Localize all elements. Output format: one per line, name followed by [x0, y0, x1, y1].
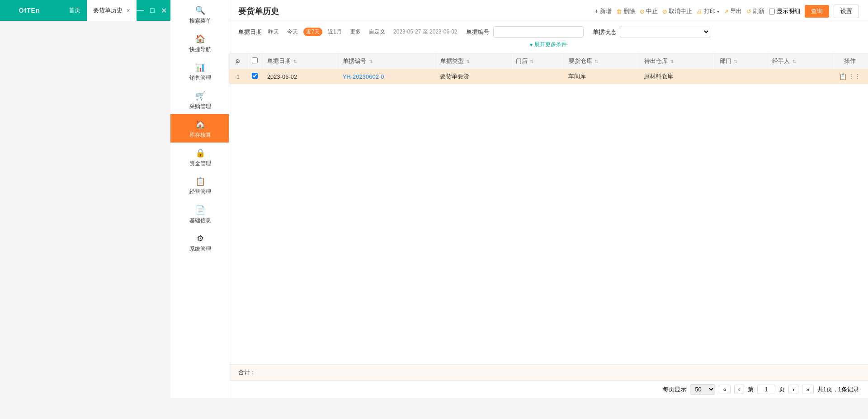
row-req-warehouse: 车间库 — [564, 69, 639, 84]
filter-area: 单据日期 昨天 今天 近7天 近1月 更多 自定义 2023-05-27 至 2… — [229, 21, 868, 53]
toolbar: + 新增 🗑 删除 ⊘ 中止 ⊘ 取消中止 🖨 打印 ▾ — [595, 5, 859, 18]
tab-home[interactable]: 首页 — [62, 0, 87, 21]
tab-requisition-history[interactable]: 要货单历史 ✕ — [87, 0, 137, 21]
sidebar: 🔍 搜索菜单 🏠 快捷导航 📊 销售管理 🛒 采购管理 🏠 库存核算 🔒 资金管… — [170, 0, 229, 398]
date-7days[interactable]: 近7天 — [303, 28, 323, 36]
brand-label: OfTEn — [19, 7, 40, 14]
lock-icon: 🔒 — [195, 148, 205, 158]
expand-more-btn[interactable]: ▾ 展开更多条件 — [238, 41, 859, 48]
row-store — [511, 69, 564, 84]
chart-icon: 📊 — [195, 62, 205, 72]
topbar-right: — □ ✕ — [137, 6, 167, 15]
clipboard-icon: 📋 — [195, 176, 205, 186]
page-number-input[interactable] — [757, 385, 775, 394]
first-page-btn[interactable]: « — [719, 385, 730, 394]
th-checkbox[interactable] — [247, 53, 263, 69]
window-minimize-btn[interactable]: — — [137, 6, 144, 14]
row-date: 2023-06-02 — [263, 69, 338, 84]
window-maximize-btn[interactable]: □ — [150, 6, 155, 14]
th-store[interactable]: 门店 ⇅ — [511, 53, 564, 69]
tab-close-icon[interactable]: ✕ — [126, 8, 130, 14]
print-btn[interactable]: 🖨 打印 ▾ — [697, 7, 719, 15]
row-more-icon[interactable]: ⋮⋮ — [848, 73, 861, 80]
bill-no-label: 单据编号 — [466, 28, 490, 36]
date-filter: 单据日期 昨天 今天 近7天 近1月 更多 自定义 2023-05-27 至 2… — [238, 28, 458, 36]
status-select[interactable] — [620, 26, 710, 38]
table-row[interactable]: 1 2023-06-02 YH-20230602-0 要货单要货 车间库 原材料… — [229, 69, 868, 84]
sidebar-item-finance[interactable]: 🔒 资金管理 — [170, 143, 229, 171]
status-filter: 单据状态 — [593, 26, 710, 38]
new-btn[interactable]: + 新增 — [595, 7, 612, 15]
table-header-row: ⚙ 单据日期 ⇅ 单据编号 ⇅ — [229, 53, 868, 69]
page-suffix: 页 — [779, 386, 785, 394]
doc-icon: 📄 — [195, 205, 205, 215]
search-icon: 🔍 — [195, 5, 205, 15]
show-detail-input[interactable] — [769, 9, 775, 14]
table-body: 1 2023-06-02 YH-20230602-0 要货单要货 车间库 原材料… — [229, 69, 868, 84]
delete-btn[interactable]: 🗑 删除 — [616, 7, 635, 15]
main-area: 要货单历史 + 新增 🗑 删除 ⊘ 中止 ⊘ 取消中止 🖨 — [229, 0, 868, 398]
prev-page-btn[interactable]: ‹ — [734, 385, 744, 394]
per-page-select[interactable]: 50 20 100 200 — [690, 384, 715, 395]
row-edit-icon[interactable]: 📋 — [839, 73, 847, 80]
th-req-warehouse[interactable]: 要货仓库 ⇅ — [564, 53, 639, 69]
settings-btn[interactable]: 设置 — [834, 5, 859, 18]
date-more[interactable]: 更多 — [347, 28, 363, 36]
sidebar-item-label: 基础信息 — [189, 217, 211, 224]
sidebar-item-inventory[interactable]: 🏠 库存核算 — [170, 114, 229, 143]
query-btn[interactable]: 查询 — [805, 5, 829, 18]
date-range-display: 2023-05-27 至 2023-06-02 — [393, 28, 457, 36]
main-table: ⚙ 单据日期 ⇅ 单据编号 ⇅ — [229, 53, 868, 84]
row-bill-no[interactable]: YH-20230602-0 — [338, 69, 436, 84]
th-settings[interactable]: ⚙ — [229, 53, 247, 69]
th-bill-no[interactable]: 单据编号 ⇅ — [338, 53, 436, 69]
th-bill-type[interactable]: 单据类型 ⇅ — [435, 53, 511, 69]
date-today[interactable]: 今天 — [284, 28, 301, 36]
sidebar-item-label: 经营管理 — [189, 188, 211, 196]
export-btn[interactable]: ↗ 导出 — [724, 7, 742, 15]
th-handler[interactable]: 经手人 ⇅ — [768, 53, 832, 69]
summary-label: 合计： — [238, 368, 256, 376]
date-1month[interactable]: 近1月 — [325, 28, 344, 36]
last-page-btn[interactable]: » — [802, 385, 813, 394]
select-all-checkbox[interactable] — [252, 57, 258, 63]
sidebar-item-purchase[interactable]: 🛒 采购管理 — [170, 86, 229, 114]
th-ops: 操作 — [832, 53, 868, 69]
sidebar-item-search[interactable]: 🔍 搜索菜单 — [170, 0, 229, 29]
home-icon: 🏠 — [195, 34, 205, 44]
cancel-stop-btn[interactable]: ⊘ 取消中止 — [662, 7, 692, 15]
sidebar-item-quicknav[interactable]: 🏠 快捷导航 — [170, 29, 229, 57]
stop-btn[interactable]: ⊘ 中止 — [640, 7, 658, 15]
sidebar-item-operation[interactable]: 📋 经营管理 — [170, 171, 229, 200]
total-info: 共1页，1条记录 — [817, 386, 859, 394]
row-checkbox-cell[interactable] — [247, 69, 263, 84]
sidebar-item-sales[interactable]: 📊 销售管理 — [170, 57, 229, 86]
row-department — [715, 69, 768, 84]
row-handler — [768, 69, 832, 84]
th-pending-warehouse[interactable]: 待出仓库 ⇅ — [639, 53, 715, 69]
row-num: 1 — [229, 69, 247, 84]
sidebar-item-system[interactable]: ⚙ 系统管理 — [170, 228, 229, 257]
th-department[interactable]: 部门 ⇅ — [715, 53, 768, 69]
next-page-btn[interactable]: › — [788, 385, 798, 394]
page-header: 要货单历史 + 新增 🗑 删除 ⊘ 中止 ⊘ 取消中止 🖨 — [229, 0, 868, 21]
date-yesterday[interactable]: 昨天 — [265, 28, 282, 36]
date-custom[interactable]: 自定义 — [366, 28, 388, 36]
bill-no-filter: 单据编号 — [466, 26, 584, 38]
cart-icon: 🛒 — [195, 91, 205, 101]
table-area: ⚙ 单据日期 ⇅ 单据编号 ⇅ — [229, 53, 868, 364]
status-label: 单据状态 — [593, 28, 616, 36]
pagination-bar: 每页显示 50 20 100 200 « ‹ 第 页 › » 共1页，1条记录 — [229, 380, 868, 398]
brand-logo: OfTEn — [0, 0, 59, 21]
show-detail-checkbox[interactable]: 显示明细 — [769, 7, 800, 15]
content-area: ⚙ 单据日期 ⇅ 单据编号 ⇅ — [229, 53, 868, 380]
sidebar-item-basic[interactable]: 📄 基础信息 — [170, 200, 229, 228]
sidebar-item-label: 库存核算 — [189, 131, 211, 139]
th-date[interactable]: 单据日期 ⇅ — [263, 53, 338, 69]
row-checkbox[interactable] — [252, 73, 258, 79]
bill-no-input[interactable] — [493, 26, 584, 38]
refresh-btn[interactable]: ↺ 刷新 — [746, 7, 764, 15]
window-close-btn[interactable]: ✕ — [161, 6, 167, 15]
sidebar-item-label: 快捷导航 — [189, 46, 211, 53]
print-dropdown-icon: ▾ — [717, 9, 719, 14]
